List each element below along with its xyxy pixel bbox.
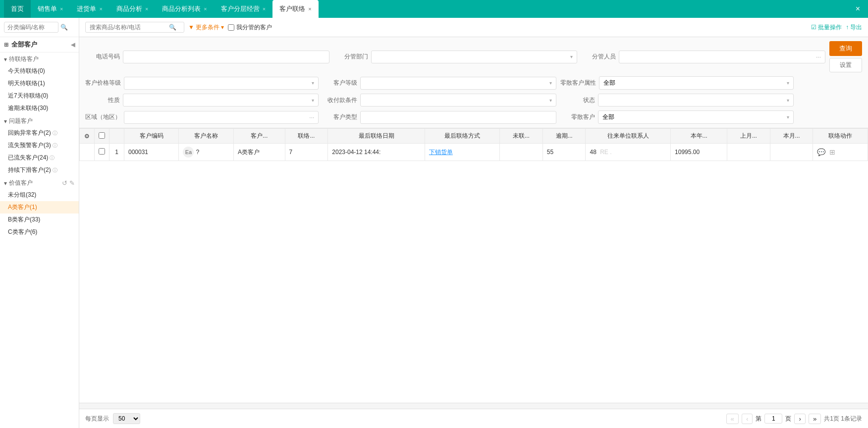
prev-page-btn[interactable]: ‹ <box>742 414 753 424</box>
horizontal-scrollbar[interactable] <box>79 403 868 409</box>
collapse-sidebar-icon[interactable]: ◀ <box>71 42 75 48</box>
nature-label: 性质 <box>85 96 120 105</box>
search-input[interactable] <box>90 24 169 31</box>
page-size-select[interactable]: 50 100 200 <box>113 413 140 424</box>
sidebar-item-class-c[interactable]: C类客户(6) <box>0 226 79 238</box>
purchase-label: 进货单 <box>77 4 96 13</box>
main-layout: 🔍 ⊞ 全部客户 ◀ ▾ 待联络客户 今天待联络(0) 明天待联络(1) 近7天… <box>0 18 868 428</box>
phone-input[interactable] <box>123 51 329 63</box>
retail-customer-select[interactable]: 全部▾ <box>598 110 794 124</box>
close-sales-icon[interactable]: × <box>60 6 63 12</box>
edit-icon[interactable]: ✎ <box>69 179 75 187</box>
sidebar-item-week[interactable]: 近7天待联络(0) <box>0 90 79 102</box>
repurchase-label: 回购异常客户(2) <box>8 129 51 137</box>
nav-home[interactable]: 首页 <box>4 0 31 18</box>
close-product-list-icon[interactable]: × <box>204 6 207 12</box>
close-purchase-icon[interactable]: × <box>99 6 102 12</box>
nav-purchase[interactable]: 进货单 × <box>70 0 109 18</box>
my-customers-filter[interactable]: 我分管的客户 <box>228 23 272 32</box>
info-icon-churned: ⓘ <box>50 155 54 161</box>
sidebar-item-repurchase[interactable]: 回购异常客户(2) ⓘ <box>0 127 79 139</box>
payment-select[interactable]: ▾ <box>360 94 556 107</box>
price-grade-select[interactable]: ▾ <box>124 77 319 90</box>
row-name: Ea ? <box>179 144 233 161</box>
nav-customer-tier[interactable]: 客户分层经营 × <box>214 0 272 18</box>
row-select-checkbox[interactable] <box>99 148 105 155</box>
page-number-input[interactable] <box>764 414 782 424</box>
sidebar-item-today[interactable]: 今天待联络(0) <box>0 65 79 77</box>
problem-customers-group[interactable]: ▾ 问题客户 <box>0 114 79 127</box>
refresh-icon[interactable]: ↺ <box>62 179 67 187</box>
first-page-btn[interactable]: « <box>726 414 739 424</box>
region-input[interactable]: ··· <box>124 111 319 124</box>
content-area: 🔍 ▼ 更多条件 ▾ 我分管的客户 ☑ 批量操作 ↑ 导出 <box>79 18 868 428</box>
next-page-btn[interactable]: › <box>794 414 805 424</box>
customer-grade-select[interactable]: ▾ <box>360 77 556 90</box>
customer-type-input[interactable] <box>360 111 556 124</box>
row-type: A类客户 <box>233 144 285 161</box>
retail-attr-select[interactable]: 全部▾ <box>599 76 794 90</box>
col-index <box>109 129 124 144</box>
row-checkbox[interactable] <box>95 144 109 161</box>
sidebar-item-churned[interactable]: 已流失客户(24) ⓘ <box>0 152 79 164</box>
col-overdue: 逾期... <box>542 129 586 144</box>
product-list-label: 商品分析列表 <box>162 4 201 13</box>
arrow-down-icon3: ▾ <box>4 180 7 187</box>
row-last-method[interactable]: 下销货单 <box>425 144 499 161</box>
sidebar-item-unclassified[interactable]: 未分组(32) <box>0 189 79 201</box>
more-filters-btn[interactable]: ▼ 更多条件 ▾ <box>188 23 224 32</box>
nav-product-list[interactable]: 商品分析列表 × <box>155 0 214 18</box>
close-product-analysis-icon[interactable]: × <box>145 6 148 12</box>
info-icon-repurchase: ⓘ <box>53 130 57 137</box>
row-settings <box>80 144 95 161</box>
customer-type-field: 客户类型 <box>323 111 556 124</box>
close-customer-contact-icon[interactable]: × <box>308 6 311 12</box>
row-index: 1 <box>109 144 124 161</box>
tomorrow-label: 明天待联络(1) <box>8 79 45 88</box>
last-page-btn[interactable]: » <box>809 414 821 424</box>
sidebar-item-overdue[interactable]: 逾期未联络(30) <box>0 102 79 114</box>
customer-table: ⚙ 客户编码 客户名称 客户... 联络... 最后联络日期 最后联络方式 未联… <box>79 128 868 161</box>
sidebar-item-class-a[interactable]: A类客户(1) <box>0 201 79 214</box>
nav-sales[interactable]: 销售单 × <box>31 0 70 18</box>
class-c-label: C类客户(6) <box>8 228 37 236</box>
col-last-date: 最后联络日期 <box>328 129 425 144</box>
search-icon[interactable]: 🔍 <box>169 24 176 31</box>
all-customers-header[interactable]: ⊞ 全部客户 ◀ <box>0 37 79 53</box>
sidebar-item-declining[interactable]: 持续下滑客户(2) ⓘ <box>0 164 79 176</box>
nav-product-analysis[interactable]: 商品分析 × <box>109 0 155 18</box>
col-type: 客户... <box>233 129 285 144</box>
col-settings[interactable]: ⚙ <box>80 129 95 144</box>
sidebar-search-input[interactable] <box>4 22 58 33</box>
batch-op-btn[interactable]: ☑ 批量操作 <box>811 23 842 32</box>
export-btn[interactable]: ↑ 导出 <box>846 23 862 32</box>
select-all-checkbox[interactable] <box>99 132 105 139</box>
value-customers-group[interactable]: ▾ 价值客户 ↺ ✎ <box>0 176 79 189</box>
customer-name: ? <box>196 149 199 156</box>
close-customer-tier-icon[interactable]: × <box>263 6 266 12</box>
nav-customer-contact[interactable]: 客户联络 × <box>272 0 318 18</box>
sidebar-search-icon[interactable]: 🔍 <box>60 24 68 31</box>
sidebar-item-class-b[interactable]: B类客户(33) <box>0 214 79 226</box>
close-all-tabs-icon[interactable]: × <box>852 4 864 13</box>
sidebar-item-churn-warning[interactable]: 流失预警客户(3) ⓘ <box>0 139 79 152</box>
query-button[interactable]: 查询 <box>829 41 862 56</box>
status-field: 状态 ▾ <box>560 94 794 107</box>
dept-select[interactable]: ▾ <box>371 51 578 63</box>
grid-action-icon[interactable]: ⊞ <box>829 148 835 156</box>
col-no-contact: 未联... <box>500 129 543 144</box>
nature-select[interactable]: ▾ <box>123 94 319 107</box>
person-label: 分管人员 <box>581 53 616 61</box>
settings-button[interactable]: 设置 <box>829 58 862 72</box>
last-method-link[interactable]: 下销货单 <box>429 149 453 156</box>
payment-label: 收付款条件 <box>323 96 357 105</box>
pending-contact-group[interactable]: ▾ 待联络客户 <box>0 53 79 65</box>
chat-icon[interactable]: 💬 <box>817 148 825 156</box>
sidebar-item-tomorrow[interactable]: 明天待联络(1) <box>0 77 79 90</box>
row-unit-contact: 48 RE . <box>586 144 671 161</box>
status-select[interactable]: ▾ <box>598 94 794 107</box>
person-input[interactable]: ··· <box>619 51 825 63</box>
filter-row-2: 客户价格等级 ▾ 客户等级 ▾ 零散客户属性 全部▾ <box>85 76 862 90</box>
col-checkbox[interactable] <box>95 129 109 144</box>
my-customers-checkbox[interactable] <box>228 24 234 31</box>
